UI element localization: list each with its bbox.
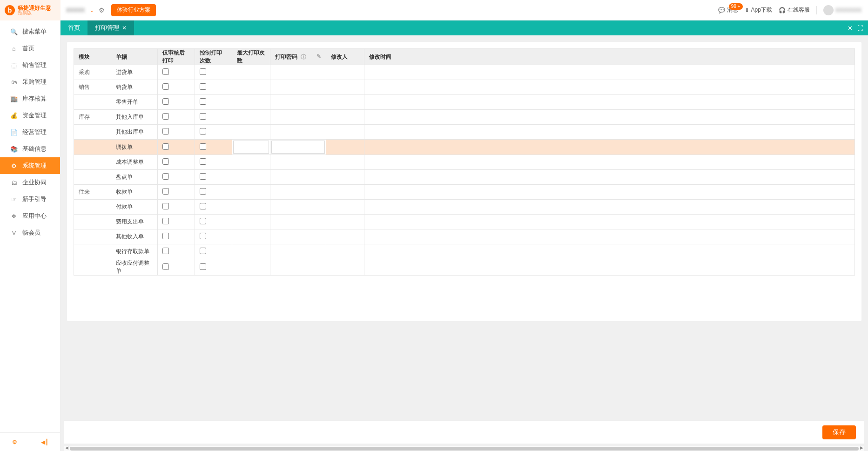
table-row: 其他出库单: [74, 125, 855, 140]
cell-module: 销售: [74, 80, 111, 95]
print-management-panel: 模块 单据 仅审核后打印 控制打印次数 最大打印次数 打印密码 ⓘ ✎: [67, 42, 861, 321]
checkbox[interactable]: [162, 68, 169, 75]
sidebar-item-apps[interactable]: ❖应用中心: [0, 208, 60, 224]
checkbox[interactable]: [162, 203, 169, 209]
service-label: 在线客服: [787, 6, 810, 14]
cell-modify-time: [364, 244, 855, 259]
cell-checkbox: [195, 200, 232, 215]
checkbox[interactable]: [162, 113, 169, 120]
sidebar-item-basic-info[interactable]: 📚基础信息: [0, 141, 60, 157]
cell-checkbox: [158, 215, 195, 229]
message-icon: 💬: [718, 7, 725, 13]
checkbox[interactable]: [162, 98, 169, 105]
guide-icon: ☞: [10, 196, 18, 203]
max-count-input[interactable]: [233, 141, 269, 154]
edit-icon[interactable]: ✎: [316, 53, 321, 60]
purchase-icon: 🛍: [10, 79, 18, 86]
checkbox[interactable]: [200, 233, 206, 239]
close-tab-icon[interactable]: ✕: [848, 25, 853, 32]
cell-checkbox: [195, 110, 232, 125]
checkbox[interactable]: [162, 233, 169, 239]
cell-password: [270, 65, 326, 80]
password-input[interactable]: [271, 141, 325, 154]
sidebar-item-search-menu[interactable]: 🔍搜索菜单: [0, 23, 60, 40]
cell-modifier: [326, 185, 364, 200]
checkbox[interactable]: [200, 218, 206, 224]
checkbox[interactable]: [200, 248, 206, 254]
checkbox[interactable]: [162, 83, 169, 90]
tab-label: 打印管理: [95, 24, 119, 32]
checkbox[interactable]: [162, 248, 169, 254]
checkbox[interactable]: [200, 98, 206, 105]
cell-checkbox: [195, 244, 232, 259]
basic-info-icon: 📚: [10, 146, 18, 153]
close-icon[interactable]: ✕: [122, 25, 127, 31]
cell-checkbox: [195, 229, 232, 244]
checkbox[interactable]: [200, 263, 206, 270]
cell-password: [270, 259, 326, 276]
checkbox[interactable]: [200, 188, 206, 195]
org-picker[interactable]: XXXXX ⌄ ⚙: [66, 7, 105, 14]
cell-max-count: [232, 125, 270, 140]
checkbox[interactable]: [200, 68, 206, 75]
logo: b 畅捷通好生意 甄易版: [0, 0, 61, 20]
cell-modify-time: [364, 185, 855, 200]
sidebar-item-collab[interactable]: 🗂企业协同: [0, 174, 60, 191]
checkbox[interactable]: [200, 158, 206, 165]
sidebar-item-operation[interactable]: 📄经营管理: [0, 124, 60, 141]
checkbox[interactable]: [200, 128, 206, 135]
tab-label: 首页: [68, 24, 80, 32]
save-button[interactable]: 保存: [822, 425, 856, 439]
sidebar-item-vip[interactable]: V畅会员: [0, 224, 60, 241]
tabbar: 首页打印管理✕ ✕ ⛶: [61, 20, 868, 35]
checkbox[interactable]: [162, 173, 169, 180]
sidebar-item-home[interactable]: ⌂首页: [0, 40, 60, 57]
cell-checkbox: [158, 259, 195, 276]
user-menu[interactable]: XXXXXXX: [823, 5, 861, 15]
sidebar-item-funds[interactable]: 💰资金管理: [0, 107, 60, 124]
checkbox[interactable]: [200, 173, 206, 180]
cell-max-count: [232, 259, 270, 276]
logo-mark-icon: b: [5, 5, 15, 15]
help-icon[interactable]: ⓘ: [301, 53, 306, 61]
tab-打印管理[interactable]: 打印管理✕: [87, 20, 134, 35]
sidebar-item-inventory[interactable]: 🏬库存核算: [0, 90, 60, 107]
cell-max-count: [232, 140, 270, 155]
collapse-icon[interactable]: ◀┃: [41, 439, 48, 445]
cell-password: [270, 95, 326, 110]
cell-password: [270, 244, 326, 259]
fullscreen-icon[interactable]: ⛶: [857, 25, 863, 32]
gear-icon[interactable]: ⚙: [99, 7, 105, 14]
message-button[interactable]: 💬 消息 99 +: [718, 6, 738, 14]
cell-password: [270, 155, 326, 170]
checkbox[interactable]: [200, 203, 206, 209]
sidebar-item-guide[interactable]: ☞新手引导: [0, 191, 60, 208]
checkbox[interactable]: [162, 263, 169, 270]
checkbox[interactable]: [162, 188, 169, 195]
cell-modify-time: [364, 170, 855, 185]
checkbox[interactable]: [162, 158, 169, 165]
settings-icon[interactable]: ⚙: [12, 439, 17, 445]
horizontal-scrollbar[interactable]: [64, 446, 864, 451]
cell-password: [270, 110, 326, 125]
cell-modify-time: [364, 95, 855, 110]
tab-首页[interactable]: 首页: [61, 20, 87, 35]
checkbox[interactable]: [200, 113, 206, 120]
plan-button[interactable]: 体验行业方案: [111, 4, 156, 16]
checkbox[interactable]: [162, 218, 169, 224]
cell-modifier: [326, 155, 364, 170]
sidebar-item-purchase[interactable]: 🛍采购管理: [0, 74, 60, 90]
checkbox[interactable]: [200, 83, 206, 90]
sidebar-item-system[interactable]: ⚙系统管理: [0, 157, 60, 174]
sidebar-footer: ⚙ ◀┃: [0, 432, 60, 451]
cell-modifier: [326, 110, 364, 125]
download-button[interactable]: ⬇ App下载: [745, 6, 772, 14]
checkbox[interactable]: [200, 143, 206, 150]
service-button[interactable]: 🎧 在线客服: [779, 6, 810, 14]
footer-bar: 保存: [64, 420, 864, 444]
checkbox[interactable]: [162, 128, 169, 135]
checkbox[interactable]: [162, 143, 169, 150]
cell-password: [270, 229, 326, 244]
sidebar-item-sales[interactable]: ⬚销售管理: [0, 57, 60, 74]
org-name: XXXXX: [66, 7, 85, 13]
